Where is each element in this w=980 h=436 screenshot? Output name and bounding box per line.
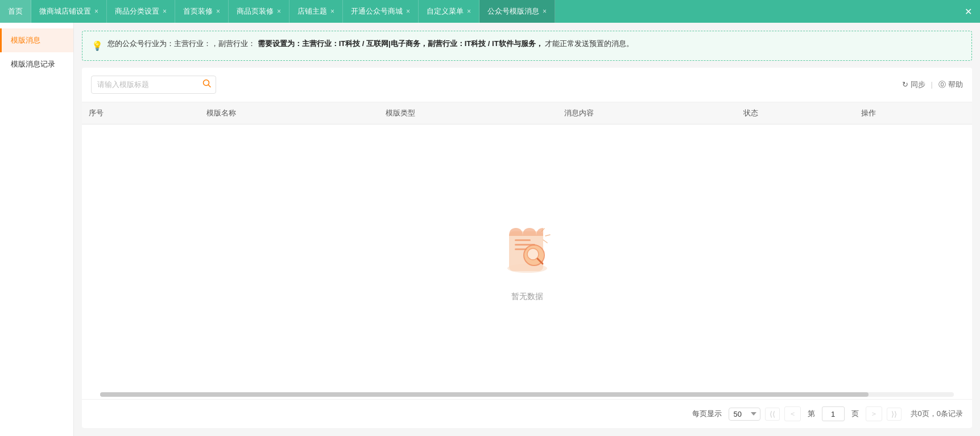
tab-bar: 首页 微商城店铺设置 × 商品分类设置 × 首页装修 × 商品页装修 × 店铺主… (0, 0, 980, 23)
search-left (91, 76, 212, 94)
total-info: 共0页，0条记录 (911, 409, 963, 419)
page-next-button[interactable]: ＞ (866, 406, 882, 421)
help-icon: ⓪ (938, 80, 946, 90)
search-bar: ↻ 同步 | ⓪ 帮助 (82, 68, 972, 102)
per-page-label: 每页显示 (692, 409, 722, 419)
tab-wechatshop[interactable]: 开通公众号商城 × (343, 0, 419, 23)
page-input[interactable] (822, 406, 845, 421)
page-first-button[interactable]: ⟨⟨ (765, 408, 780, 421)
empty-state: 暂无数据 (82, 124, 972, 392)
tab-close-theme[interactable]: × (330, 7, 334, 15)
main-layout: 模版消息 模版消息记录 💡 您的公众号行业为：主营行业：，副营行业： 需要设置为… (0, 23, 980, 436)
page-prev-button[interactable]: ＜ (784, 406, 801, 421)
tab-theme[interactable]: 店铺主题 × (290, 0, 343, 23)
col-header-type: 模版类型 (379, 102, 558, 124)
tab-weshop[interactable]: 微商城店铺设置 × (31, 0, 107, 23)
col-header-content: 消息内容 (557, 102, 737, 124)
tab-productpage[interactable]: 商品页装修 × (229, 0, 290, 23)
page-last-button[interactable]: ⟩⟩ (887, 408, 902, 421)
tab-close-custommenu[interactable]: × (467, 7, 471, 15)
scroll-thumb[interactable] (100, 392, 869, 397)
col-header-name: 模版名称 (200, 102, 379, 124)
tab-bar-close-all[interactable]: ✕ (957, 0, 980, 23)
table-container: ↻ 同步 | ⓪ 帮助 序号 模版名称 模版类型 (82, 68, 972, 428)
svg-line-11 (545, 235, 550, 236)
search-icon (202, 79, 212, 88)
pagination-bar: 每页显示 10 20 50 100 ⟨⟨ ＜ 第 页 ＞ ⟩⟩ 共0页，0条记录 (82, 399, 972, 428)
sync-icon: ↻ (902, 80, 908, 89)
scroll-container (82, 392, 972, 399)
table-header-row: 序号 模版名称 模版类型 消息内容 状态 操作 (82, 102, 972, 124)
col-header-status: 状态 (737, 102, 854, 124)
tab-close-templatemsg[interactable]: × (543, 7, 547, 15)
page-label: 页 (851, 409, 859, 419)
tab-close-wechatshop[interactable]: × (406, 7, 410, 15)
tab-home[interactable]: 首页 (0, 0, 31, 23)
sidebar-item-template-msg-record[interactable]: 模版消息记录 (0, 52, 73, 76)
notice-banner: 💡 您的公众号行业为：主营行业：，副营行业： 需要设置为：主营行业：IT科技 /… (82, 31, 972, 61)
tab-category[interactable]: 商品分类设置 × (107, 0, 175, 23)
data-table: 序号 模版名称 模版类型 消息内容 状态 操作 (82, 102, 972, 124)
tab-homepage[interactable]: 首页装修 × (175, 0, 229, 23)
empty-text: 暂无数据 (511, 292, 543, 302)
sidebar: 模版消息 模版消息记录 (0, 23, 74, 436)
tab-close-category[interactable]: × (163, 7, 167, 15)
notice-icon: 💡 (92, 39, 103, 53)
search-input[interactable] (91, 76, 216, 94)
svg-line-1 (209, 85, 211, 87)
content-area: 💡 您的公众号行业为：主营行业：，副营行业： 需要设置为：主营行业：IT科技 /… (74, 23, 980, 436)
scroll-track[interactable] (100, 392, 954, 397)
tab-close-productpage[interactable]: × (277, 7, 281, 15)
col-header-action: 操作 (854, 102, 972, 124)
per-page-select[interactable]: 10 20 50 100 (729, 408, 760, 421)
tab-templatemsg[interactable]: 公众号模版消息 × (479, 0, 555, 23)
svg-rect-4 (515, 239, 531, 241)
help-button[interactable]: ⓪ 帮助 (938, 80, 963, 90)
empty-illustration (493, 214, 561, 283)
sync-button[interactable]: ↻ 同步 (902, 80, 925, 90)
tab-close-weshop[interactable]: × (94, 7, 98, 15)
tab-custommenu[interactable]: 自定义菜单 × (419, 0, 479, 23)
page-di-label: 第 (808, 409, 815, 419)
svg-line-12 (543, 240, 547, 243)
col-header-index: 序号 (82, 102, 200, 124)
tab-close-homepage[interactable]: × (216, 7, 220, 15)
search-button[interactable] (202, 79, 212, 90)
divider: | (931, 80, 933, 89)
search-right: ↻ 同步 | ⓪ 帮助 (902, 80, 963, 90)
sidebar-item-template-msg[interactable]: 模版消息 (0, 28, 73, 52)
